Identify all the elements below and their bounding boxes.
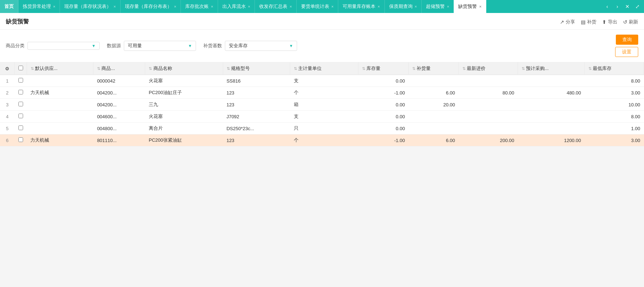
row-checkbox-4[interactable] (14, 111, 27, 123)
row-checkbox-3[interactable] (14, 99, 27, 111)
table-body: 1 0000042 火花塞 SS816 支 0.00 8.00 2 力天机械 0… (0, 75, 644, 146)
col-latest-price[interactable]: 最新进价 (459, 62, 518, 75)
close-tab-order[interactable]: × (331, 4, 334, 9)
row-unit-3: 箱 (290, 99, 358, 111)
refresh-icon: ↺ (623, 19, 627, 25)
col-product-code[interactable]: 商品... (93, 62, 145, 75)
query-button[interactable]: 查询 (616, 35, 638, 45)
checkbox-col-header[interactable] (14, 62, 27, 75)
row-checkbox-5[interactable] (14, 123, 27, 134)
page-header: 缺货预警 ↗ 分享 ▤ 补货 ⬆ 导出 ↺ 刷新 (0, 13, 644, 30)
tab-shortage[interactable]: 缺货预警 × (454, 0, 486, 13)
datasource-select[interactable]: 可用量 ▼ (124, 41, 196, 51)
row-spec-2: 123 (223, 87, 290, 99)
table-row: 4 004600... 火花塞 J7092 支 0.00 8.00 (0, 111, 644, 123)
col-unit[interactable]: 主计量单位 (290, 62, 358, 75)
close-tab-receipt[interactable]: × (290, 4, 292, 9)
row-stock-2: -1.00 (358, 87, 409, 99)
col-replenish[interactable]: 补货量 (409, 62, 459, 75)
nav-controls: ‹ › ✕ ⤢ (602, 1, 644, 12)
row-code-3: 004200... (93, 99, 145, 111)
tab-available-ledger[interactable]: 可用量库存账本 × (338, 0, 384, 13)
row-supplier-1 (27, 75, 93, 87)
row-num-4: 4 (0, 111, 14, 123)
select-all-checkbox[interactable] (18, 66, 23, 70)
row-num-5: 5 (0, 123, 14, 134)
close-tab-available[interactable]: × (378, 4, 380, 9)
row-min-stock-6: 3.00 (584, 134, 644, 146)
export-icon: ⬆ (602, 19, 606, 25)
close-tab-batch[interactable]: × (211, 4, 213, 9)
table-row: 1 0000042 火花塞 SS816 支 0.00 8.00 (0, 75, 644, 87)
row-latest-price-5 (459, 123, 518, 134)
col-default-supplier[interactable]: 默认供应... (27, 62, 93, 75)
col-stock[interactable]: 库存量 (358, 62, 409, 75)
row-code-4: 004600... (93, 111, 145, 123)
replenish-button[interactable]: ▤ 补货 (581, 19, 596, 25)
row-replenish-2: 6.00 (409, 87, 459, 99)
replenish-base-select[interactable]: 安全库存 ▼ (225, 41, 297, 51)
row-unit-5: 只 (290, 123, 358, 134)
row-stock-6: -1.00 (358, 134, 409, 146)
row-name-6: PC200张紧油缸 (145, 134, 223, 146)
col-min-stock[interactable]: 最低库存 (584, 62, 644, 75)
tab-receipt-summary[interactable]: 收发存汇总表 × (255, 0, 296, 13)
replenish-label: 补货 (587, 19, 596, 25)
row-stock-1: 0.00 (358, 75, 409, 87)
tab-expiry-query[interactable]: 保质期查询 × (385, 0, 422, 13)
row-spec-6: 123 (223, 134, 290, 146)
close-tab-picking[interactable]: × (53, 4, 55, 9)
gear-col-header[interactable]: ⚙ (0, 62, 14, 75)
category-label: 商品分类 (6, 43, 25, 49)
tab-order-stats[interactable]: 要货单统计表 × (297, 0, 338, 13)
col-est-purchase[interactable]: 预计采购... (518, 62, 585, 75)
row-min-stock-4: 8.00 (584, 111, 644, 123)
share-button[interactable]: ↗ 分享 (560, 19, 575, 25)
close-tab-expiry[interactable]: × (415, 4, 417, 9)
close-tab-inv-status[interactable]: × (113, 4, 116, 9)
row-replenish-5 (409, 123, 459, 134)
close-tab-inv-dist[interactable]: × (174, 4, 176, 9)
replenish-base-value: 安全库存 (229, 43, 248, 49)
tab-overstock[interactable]: 超储预警 × (422, 0, 454, 13)
refresh-button[interactable]: ↺ 刷新 (623, 19, 638, 25)
close-tab-shortage[interactable]: × (479, 4, 481, 9)
tab-inventory-dist[interactable]: 现存量（库存分布表） × (121, 0, 181, 13)
nav-next-button[interactable]: › (612, 1, 622, 12)
settings-button[interactable]: 设置 (615, 47, 638, 57)
row-checkbox-6[interactable] (14, 134, 27, 146)
tab-picking-exception[interactable]: 拣货异常处理 × (18, 0, 60, 13)
tab-inout-flow[interactable]: 出入库流水 × (218, 0, 255, 13)
row-supplier-5 (27, 123, 93, 134)
tab-inventory-status[interactable]: 现存量（库存状况表） × (60, 0, 120, 13)
nav-prev-button[interactable]: ‹ (602, 1, 612, 12)
export-button[interactable]: ⬆ 导出 (602, 19, 617, 25)
row-spec-3: 123 (223, 99, 290, 111)
col-product-name[interactable]: 商品名称 (145, 62, 223, 75)
share-label: 分享 (566, 19, 575, 25)
tab-home[interactable]: 首页 (0, 0, 18, 13)
close-tab-flow[interactable]: × (248, 4, 250, 9)
row-unit-1: 支 (290, 75, 358, 87)
row-checkbox-2[interactable] (14, 87, 27, 99)
row-name-2: PC200油缸庄子 (145, 87, 223, 99)
col-spec[interactable]: 规格型号 (223, 62, 290, 75)
category-select[interactable]: ▼ (27, 42, 100, 50)
row-checkbox-1[interactable] (14, 75, 27, 87)
nav-close-button[interactable]: ✕ (622, 1, 632, 12)
datasource-filter-group: 数据源 可用量 ▼ (107, 41, 196, 51)
row-name-1: 火花塞 (145, 75, 223, 87)
row-unit-6: 个 (290, 134, 358, 146)
nav-restore-button[interactable]: ⤢ (632, 1, 643, 12)
tab-batch-account[interactable]: 库存批次账 × (181, 0, 218, 13)
row-unit-4: 支 (290, 111, 358, 123)
close-tab-overstock[interactable]: × (447, 4, 449, 9)
row-unit-2: 个 (290, 87, 358, 99)
page-title: 缺货预警 (6, 18, 560, 26)
row-name-3: 三九 (145, 99, 223, 111)
row-num-3: 3 (0, 99, 14, 111)
row-replenish-3: 20.00 (409, 99, 459, 111)
row-code-2: 004200... (93, 87, 145, 99)
filter-bar: 商品分类 ▼ 数据源 可用量 ▼ 补货基数 安全库存 ▼ 查询 设置 (0, 30, 644, 62)
row-name-4: 火花塞 (145, 111, 223, 123)
